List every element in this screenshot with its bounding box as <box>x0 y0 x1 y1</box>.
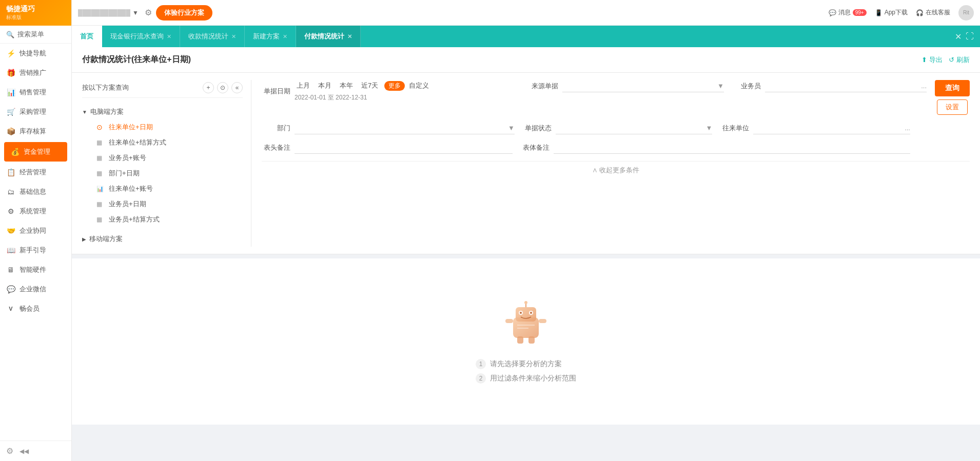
svg-rect-1 <box>516 307 536 322</box>
sidebar-logo: 畅捷通巧 标准版 <box>0 0 71 26</box>
custom-date-btn[interactable]: 自定义 <box>409 81 429 90</box>
collapse-scheme-btn[interactable]: « <box>231 82 243 93</box>
user-avatar[interactable]: Rit <box>958 5 974 21</box>
sidebar-item-basic[interactable]: 🗂 基础信息 <box>0 182 71 202</box>
tab-payment-stat[interactable]: 付款情况统计 ✕ <box>296 26 361 47</box>
scheme-label-1: 往来单位+结算方式 <box>109 138 166 147</box>
date-shortcuts: 上月 本月 本年 近7天 更多 自定义 <box>295 80 521 91</box>
scheme-item-staff-date[interactable]: ▦ 业务员+日期 <box>92 196 243 212</box>
add-icon: + <box>206 84 210 91</box>
sidebar-bottom: ⚙ ◀◀ <box>0 440 71 461</box>
sidebar-item-operations[interactable]: 📋 经营管理 <box>0 163 71 182</box>
last-month-btn[interactable]: 上月 <box>295 80 312 91</box>
body-note-input[interactable] <box>554 142 910 154</box>
operations-icon: 📋 <box>6 168 15 177</box>
scheme-icon-4: 📊 <box>96 186 105 192</box>
header-note-input[interactable] <box>295 142 513 154</box>
address-text: ████████████ <box>78 9 130 16</box>
collapse-bar[interactable]: ∧ 收起更多条件 <box>262 161 970 179</box>
sidebar-item-sales[interactable]: 📊 销售管理 <box>0 83 71 102</box>
online-service-btn[interactable]: 🎧 在线客服 <box>916 8 950 17</box>
tab-bank-close[interactable]: ✕ <box>167 33 171 40</box>
sidebar-item-hardware[interactable]: 🖥 智能硬件 <box>0 260 71 279</box>
sidebar-item-marketing[interactable]: 🎁 营销推广 <box>0 63 71 83</box>
tab-payment-close[interactable]: ✕ <box>347 33 352 40</box>
staff-select[interactable]: ... <box>765 80 927 92</box>
settings-btn[interactable]: 设置 <box>937 99 968 115</box>
logo-sub: 标准版 <box>6 14 35 21</box>
trial-btn[interactable]: 体验行业方案 <box>156 5 212 21</box>
pc-category[interactable]: ▼ 电脑端方案 <box>82 104 243 119</box>
topnav-gear-icon[interactable]: ⚙ <box>145 8 152 17</box>
tab-home[interactable]: 首页 <box>72 26 102 47</box>
collapse-sidebar-icon[interactable]: ◀◀ <box>19 448 29 455</box>
sidebar-item-label: 企业微信 <box>19 285 46 294</box>
sidebar-item-fund[interactable]: 💰 资金管理 <box>4 142 67 162</box>
sidebar-item-member[interactable]: V 畅会员 <box>0 299 71 318</box>
date-range-display: 2022-01-01 至 2022-12-31 <box>295 93 521 102</box>
this-month-btn[interactable]: 本月 <box>316 80 334 91</box>
close-all-tabs-icon[interactable]: ✕ <box>955 32 962 42</box>
mobile-category[interactable]: ▶ 移动端方案 <box>82 231 243 247</box>
scheme-item-dept-date[interactable]: ▦ 部门+日期 <box>92 166 243 181</box>
sidebar-item-system[interactable]: ⚙ 系统管理 <box>0 202 71 221</box>
sidebar-item-quick-nav[interactable]: ⚡ 快捷导航 <box>0 44 71 63</box>
tab-receipt-close[interactable]: ✕ <box>231 33 236 40</box>
sidebar-item-label: 系统管理 <box>19 207 46 216</box>
scheme-item-partner-date[interactable]: ⊙ 往来单位+日期 <box>92 119 243 135</box>
message-badge: 99+ <box>853 9 867 16</box>
scheme-title: 按以下方案查询 <box>82 83 129 92</box>
sidebar-item-purchase[interactable]: 🛒 采购管理 <box>0 102 71 122</box>
tab-bank[interactable]: 现金银行流水查询 ✕ <box>102 26 180 47</box>
dropdown-icon[interactable]: ▼ <box>132 9 139 16</box>
source-select[interactable]: ▼ <box>562 80 724 92</box>
scheme-header-actions: + ⊙ « <box>203 82 243 93</box>
settings-scheme-btn[interactable]: ⊙ <box>217 82 228 93</box>
status-select[interactable]: ▼ <box>556 122 713 134</box>
tab-new-scheme-label: 新建方案 <box>253 32 280 41</box>
service-label: 在线客服 <box>926 8 950 17</box>
source-label: 来源单据 <box>530 82 558 91</box>
more-dates-btn[interactable]: 更多 <box>384 81 405 91</box>
scheme-icon-1: ▦ <box>96 139 105 146</box>
expand-icon[interactable]: ⛶ <box>966 32 974 41</box>
message-btn[interactable]: 💬 消息 99+ <box>829 8 867 17</box>
scheme-label-6: 业务员+结算方式 <box>109 215 160 224</box>
refresh-btn[interactable]: ↺ 刷新 <box>949 55 970 65</box>
action-btns: 查询 设置 <box>935 80 970 115</box>
tab-new-scheme-close[interactable]: ✕ <box>283 33 287 40</box>
dept-arrow-icon: ▼ <box>508 124 515 132</box>
sidebar-item-wechat[interactable]: 💬 企业微信 <box>0 279 71 299</box>
tab-receipt-stat[interactable]: 收款情况统计 ✕ <box>180 26 245 47</box>
tab-bank-label: 现金银行流水查询 <box>110 32 164 41</box>
settings-icon[interactable]: ⚙ <box>6 446 13 456</box>
fund-icon: 💰 <box>10 147 19 156</box>
scheme-item-partner-settle[interactable]: ▦ 往来单位+结算方式 <box>92 135 243 150</box>
query-btn[interactable]: 查询 <box>935 80 970 96</box>
add-scheme-btn[interactable]: + <box>203 82 214 93</box>
filter-row-2: 部门 ▼ 单据状态 ▼ <box>262 122 970 134</box>
sidebar-item-label: 营销推广 <box>19 68 46 77</box>
collapse-icon: « <box>236 84 239 91</box>
dept-label: 部门 <box>262 124 290 133</box>
dept-select[interactable]: ▼ <box>295 122 515 134</box>
partner-select[interactable]: ... <box>753 122 910 134</box>
scheme-icon-2: ▦ <box>96 154 105 162</box>
message-icon: 💬 <box>829 9 836 16</box>
sidebar-item-guide[interactable]: 📖 新手引导 <box>0 240 71 260</box>
export-btn[interactable]: ⬆ 导出 <box>922 55 943 65</box>
last-7days-btn[interactable]: 近7天 <box>359 80 380 91</box>
sidebar-item-inventory[interactable]: 📦 库存核算 <box>0 122 71 141</box>
sidebar-item-collab[interactable]: 🤝 企业协同 <box>0 221 71 240</box>
search-menu[interactable]: 🔍 搜索菜单 <box>0 26 71 44</box>
tip-num-2: 2 <box>476 373 486 384</box>
sidebar-item-label: 基础信息 <box>19 187 46 196</box>
scheme-item-staff-settle[interactable]: ▦ 业务员+结算方式 <box>92 212 243 227</box>
app-download-btn[interactable]: 📱 App下载 <box>875 8 908 17</box>
this-year-btn[interactable]: 本年 <box>338 80 355 91</box>
hardware-icon: 🖥 <box>6 265 15 274</box>
tab-new-scheme[interactable]: 新建方案 ✕ <box>245 26 296 47</box>
scheme-item-partner-account[interactable]: 📊 往来单位+账号 <box>92 181 243 196</box>
scheme-item-staff-account[interactable]: ▦ 业务员+账号 <box>92 150 243 166</box>
svg-rect-10 <box>517 336 523 344</box>
